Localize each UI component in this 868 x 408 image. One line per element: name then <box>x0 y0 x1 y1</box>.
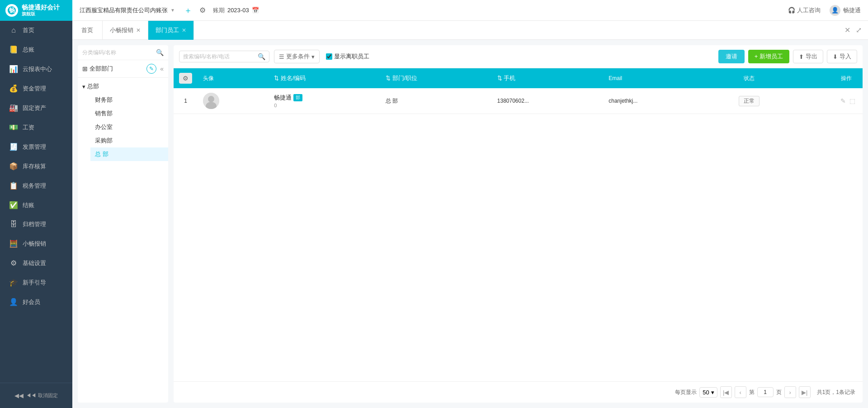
import-icon: ⬇ <box>833 53 838 60</box>
tree-node-office[interactable]: 办公室 <box>90 120 168 134</box>
employee-search-box: 🔍 <box>179 51 269 62</box>
sidebar-item-home[interactable]: ⌂ 首页 <box>0 21 72 40</box>
tree-edit-button[interactable]: ✎ <box>146 64 156 74</box>
period-selector[interactable]: 账期 2023-03 📅 <box>213 6 259 14</box>
add-button[interactable]: ＋ <box>184 5 192 16</box>
tab-department-close[interactable]: ✕ <box>182 27 186 33</box>
more-filter-button[interactable]: ☰ 更多条件 ▾ <box>274 50 320 63</box>
chat-icon: 👤 <box>9 298 18 306</box>
svg-text:畅: 畅 <box>9 7 15 14</box>
tree-search-icon[interactable]: 🔍 <box>156 49 164 56</box>
unpin-button[interactable]: ◀◀ ◀◀ 取消固定 <box>0 388 72 403</box>
tree-node-purchase[interactable]: 采购部 <box>90 134 168 147</box>
tab-expense[interactable]: 小畅报销 ✕ <box>103 21 148 40</box>
tree-children: 财务部 销售部 办公室 采购部 总 部 <box>78 93 168 161</box>
page-label: 第 <box>749 389 755 396</box>
tab-department[interactable]: 部门员工 ✕ <box>148 21 194 40</box>
sidebar-item-archive[interactable]: 🗄 归档管理 <box>0 215 72 234</box>
per-page-value: 50 <box>703 389 709 396</box>
tree-collapse-button[interactable]: « <box>160 65 164 72</box>
sidebar-item-chat[interactable]: 👤 好会员 <box>0 292 72 312</box>
show-resigned-checkbox[interactable] <box>326 53 332 60</box>
row-status: 正常 <box>708 88 790 114</box>
employee-search-input[interactable] <box>183 53 256 60</box>
tree-node-general-label: 总 部 <box>95 150 108 158</box>
sidebar-item-invoice[interactable]: 🧾 发票管理 <box>0 137 72 157</box>
salary-icon: 💵 <box>9 123 18 132</box>
sidebar-item-salary[interactable]: 💵 工资 <box>0 118 72 137</box>
close-tab-button[interactable]: ✕ <box>843 24 852 36</box>
support-link[interactable]: 🎧 人工咨询 <box>788 6 821 14</box>
top-bar-right: 🎧 人工咨询 👤 畅捷通 <box>788 5 861 16</box>
tab-home[interactable]: 首页 <box>72 21 103 40</box>
sidebar-item-fixed-assets[interactable]: 🏭 固定资产 <box>0 98 72 118</box>
logo[interactable]: 畅 畅捷通好会计 旗舰版 <box>0 0 72 21</box>
expand-icon: ▾ <box>82 83 85 90</box>
show-resigned-toggle: 显示离职员工 <box>326 52 369 61</box>
edit-employee-button[interactable]: ✎ <box>840 97 846 104</box>
tree-node-general[interactable]: 总 部 <box>90 147 168 161</box>
sidebar-item-tax[interactable]: 📋 税务管理 <box>0 176 72 195</box>
filter-icon: ☰ <box>279 53 284 60</box>
avatar <box>203 93 219 109</box>
tab-bar: 首页 小畅报销 ✕ 部门员工 ✕ ✕ ⤢ <box>72 21 868 40</box>
action-buttons: ✎ ⬚ <box>796 97 855 104</box>
status-badge: 正常 <box>739 96 760 106</box>
tab-controls: ✕ ⤢ <box>843 24 868 36</box>
period-label: 账期 <box>213 6 225 14</box>
tree-search-input[interactable] <box>82 49 154 56</box>
col-dept[interactable]: ⇅ 部门/职位 <box>380 68 492 88</box>
main-layout: ⌂ 首页 📒 总账 📊 云报表中心 💰 资金管理 🏭 固定资产 💵 工资 🧾 发… <box>0 21 868 408</box>
tree-header-actions: ✎ « <box>146 64 164 74</box>
expand-tab-button[interactable]: ⤢ <box>854 24 863 36</box>
tree-root[interactable]: ▾ 总部 <box>78 80 168 93</box>
top-bar: 畅 畅捷通好会计 旗舰版 江西服宝精品有限责任公司内账张 ▼ ＋ ⚙ 账期 20… <box>0 0 868 21</box>
content-area: 首页 小畅报销 ✕ 部门员工 ✕ ✕ ⤢ 🔍 <box>72 21 868 408</box>
col-settings[interactable]: ⚙ <box>174 68 198 88</box>
import-button[interactable]: ⬇ 导入 <box>827 50 857 63</box>
prev-page-button[interactable]: ‹ <box>735 386 746 398</box>
invite-button[interactable]: 邀请 <box>718 50 745 63</box>
sidebar-item-settings[interactable]: ⚙ 基础设置 <box>0 253 72 273</box>
settings-button[interactable]: ⚙ <box>199 6 206 14</box>
invoice-icon: 🧾 <box>9 142 18 151</box>
export-button[interactable]: ⬆ 导出 <box>793 50 823 63</box>
sidebar-item-guide[interactable]: 🎓 新手引导 <box>0 273 72 292</box>
col-email: Email <box>603 68 708 88</box>
page-input[interactable] <box>757 387 774 397</box>
next-page-button[interactable]: › <box>784 386 796 398</box>
logout-employee-button[interactable]: ⬚ <box>849 97 855 104</box>
sidebar-item-ledger[interactable]: 📒 总账 <box>0 40 72 59</box>
first-page-icon: |◀ <box>723 389 729 396</box>
headset-icon: 🎧 <box>788 7 795 14</box>
table-row: 1 <box>174 88 863 114</box>
person-icon: 👤 <box>831 7 839 14</box>
grid-icon: ⊞ <box>82 65 88 72</box>
tab-home-label: 首页 <box>81 26 93 34</box>
svg-point-3 <box>208 96 214 102</box>
user-menu[interactable]: 👤 畅捷通 <box>830 5 861 16</box>
col-phone[interactable]: ⇅ 手机 <box>492 68 603 88</box>
row-index: 1 <box>174 88 198 114</box>
search-icon[interactable]: 🔍 <box>258 53 265 60</box>
settings-icon: ⚙ <box>9 259 18 267</box>
per-page-select[interactable]: 50 ▾ <box>699 387 717 398</box>
col-name[interactable]: ⇅ 姓名/编码 <box>269 68 380 88</box>
table-toolbar: 🔍 ☰ 更多条件 ▾ 显示离职员工 邀请 + 新增员工 <box>174 45 863 68</box>
tree-node-sales[interactable]: 销售部 <box>90 107 168 120</box>
sidebar-item-assets-mgmt[interactable]: 💰 资金管理 <box>0 79 72 98</box>
last-page-button[interactable]: ▶| <box>799 386 811 398</box>
add-employee-button[interactable]: + 新增员工 <box>748 50 789 63</box>
sidebar-item-reports[interactable]: 📊 云报表中心 <box>0 59 72 79</box>
sidebar-item-closing[interactable]: ✅ 结账 <box>0 195 72 215</box>
company-selector[interactable]: 江西服宝精品有限责任公司内账张 ▼ <box>80 6 175 14</box>
tree-node-finance[interactable]: 财务部 <box>90 93 168 107</box>
first-page-button[interactable]: |◀ <box>720 386 732 398</box>
logo-icon: 畅 <box>5 4 18 17</box>
table-settings-gear[interactable]: ⚙ <box>179 73 192 84</box>
sidebar-item-inventory[interactable]: 📦 库存核算 <box>0 157 72 176</box>
sidebar-item-expense[interactable]: 🧮 小畅报销 <box>0 234 72 253</box>
page-suffix: 页 <box>776 389 782 396</box>
tab-expense-close[interactable]: ✕ <box>136 27 141 33</box>
total-info: 共1页，1条记录 <box>817 389 855 396</box>
